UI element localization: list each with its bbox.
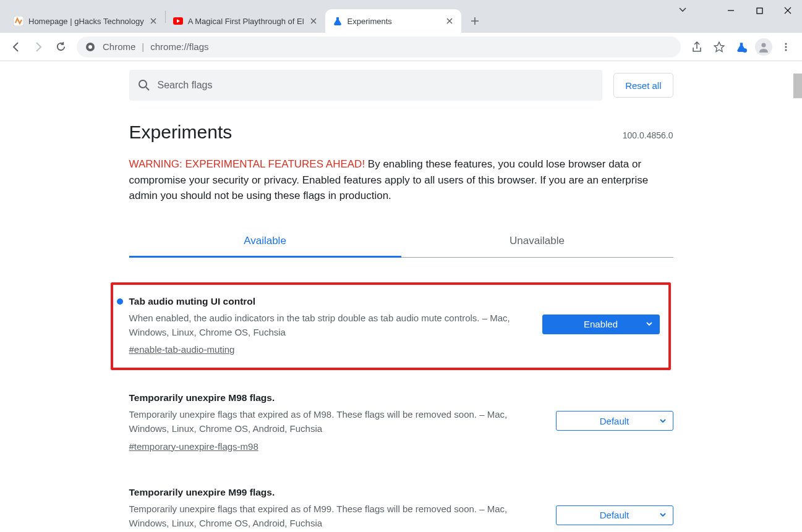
youtube-favicon — [173, 16, 183, 26]
forward-button[interactable] — [27, 36, 49, 58]
tab-unavailable[interactable]: Unavailable — [401, 226, 673, 257]
tab-search-button[interactable] — [678, 5, 687, 16]
svg-point-7 — [785, 43, 787, 44]
page-title: Experiments — [129, 122, 232, 143]
tab-available[interactable]: Available — [129, 226, 401, 258]
svg-point-4 — [88, 45, 92, 49]
menu-button[interactable] — [775, 36, 797, 58]
tab-title: Experiments — [348, 17, 440, 26]
tab-title: A Magical First Playthrough of El — [188, 17, 304, 26]
flag-permalink[interactable]: #temporary-unexpire-flags-m98 — [129, 441, 258, 452]
flask-icon — [333, 16, 343, 26]
browser-tab-experiments[interactable]: Experiments — [325, 9, 461, 33]
address-bar[interactable]: Chrome | chrome://flags — [77, 36, 681, 57]
flag-title: Temporarily unexpire M98 flags. — [129, 392, 275, 403]
url-text: chrome://flags — [150, 41, 208, 52]
share-button[interactable] — [686, 36, 708, 58]
filter-tabs: Available Unavailable — [129, 226, 673, 258]
flag-item-unexpire-m98: Temporarily unexpire M98 flags. Temporar… — [121, 381, 682, 465]
browser-tab-youtube[interactable]: A Magical First Playthrough of El — [166, 9, 325, 33]
url-prefix: Chrome — [103, 41, 135, 52]
flag-description: When enabled, the audio indicators in th… — [129, 311, 518, 340]
page-content: Search flags Reset all Experiments 100.0… — [0, 61, 802, 532]
chevron-down-icon — [659, 416, 667, 426]
tab-close-button[interactable] — [308, 15, 319, 27]
ghacks-favicon — [14, 16, 23, 26]
new-tab-button[interactable] — [466, 12, 484, 30]
search-placeholder: Search flags — [158, 80, 213, 91]
search-flags-input[interactable]: Search flags — [129, 70, 603, 101]
warning-text: WARNING: EXPERIMENTAL FEATURES AHEAD! By… — [129, 156, 673, 204]
back-button[interactable] — [5, 36, 27, 58]
flag-item-tab-audio-muting: Tab audio muting UI control When enabled… — [111, 282, 671, 371]
version-label: 100.0.4856.0 — [623, 130, 673, 140]
window-close-button[interactable] — [774, 0, 802, 21]
flag-permalink[interactable]: #enable-tab-audio-muting — [129, 344, 235, 355]
chrome-icon — [85, 41, 96, 53]
reload-button[interactable] — [49, 36, 72, 58]
svg-point-8 — [785, 46, 787, 48]
svg-point-5 — [743, 48, 747, 53]
extensions-flask-icon[interactable] — [730, 36, 753, 58]
tab-close-button[interactable] — [148, 15, 159, 27]
browser-tab-strip: Homepage | gHacks Technology A Magical F… — [0, 0, 802, 33]
flag-description: Temporarily unexpire flags that expired … — [129, 407, 531, 436]
bookmark-button[interactable] — [708, 36, 730, 58]
flag-state-select[interactable]: Default — [556, 505, 673, 525]
flag-title: Tab audio muting UI control — [129, 296, 256, 307]
tab-close-button[interactable] — [444, 15, 455, 27]
svg-rect-2 — [757, 8, 762, 14]
url-separator: | — [142, 41, 144, 52]
reset-all-button[interactable]: Reset all — [613, 73, 673, 98]
svg-point-6 — [762, 43, 766, 47]
window-minimize-button[interactable] — [717, 0, 745, 21]
modified-dot-icon — [117, 298, 123, 305]
svg-point-10 — [139, 80, 147, 88]
flag-state-select[interactable]: Default — [556, 411, 673, 431]
browser-toolbar: Chrome | chrome://flags — [0, 33, 802, 61]
flags-list: Tab audio muting UI control When enabled… — [129, 258, 673, 533]
svg-point-9 — [785, 49, 787, 51]
chevron-down-icon — [646, 319, 653, 329]
search-icon — [138, 79, 150, 91]
window-maximize-button[interactable] — [745, 0, 774, 21]
flag-state-select[interactable]: Enabled — [542, 315, 660, 334]
profile-avatar-button[interactable] — [755, 38, 772, 56]
chevron-down-icon — [659, 510, 667, 520]
flag-title: Temporarily unexpire M99 flags. — [129, 487, 275, 498]
tab-title: Homepage | gHacks Technology — [28, 17, 144, 26]
scrollbar-thumb[interactable] — [793, 74, 802, 98]
flag-item-unexpire-m99: Temporarily unexpire M99 flags. Temporar… — [121, 476, 682, 533]
flag-description: Temporarily unexpire flags that expired … — [129, 502, 531, 531]
browser-tab-ghacks[interactable]: Homepage | gHacks Technology — [6, 9, 165, 33]
warning-red: WARNING: EXPERIMENTAL FEATURES AHEAD! — [129, 158, 365, 170]
